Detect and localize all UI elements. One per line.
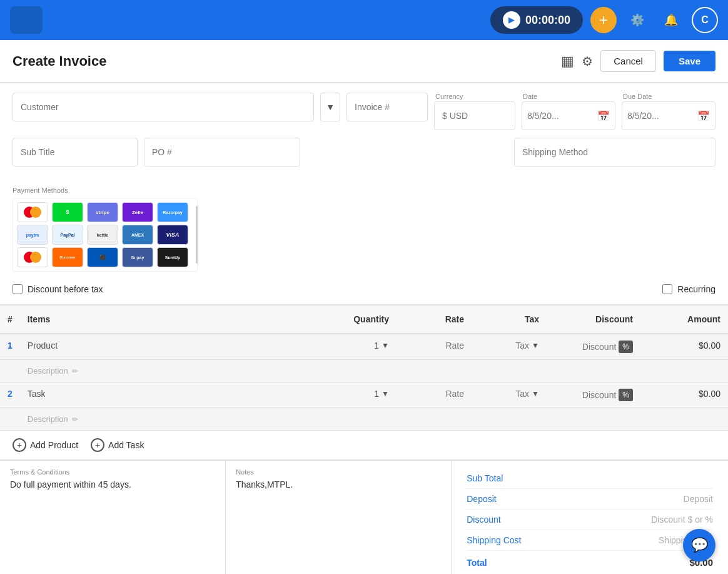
- col-items: Items: [20, 305, 315, 334]
- customer-input[interactable]: [13, 93, 314, 121]
- col-discount: Discount: [547, 305, 640, 334]
- col-tax: Tax: [472, 305, 547, 334]
- amount-cell-1: $0.00: [640, 382, 728, 408]
- discount-label: Discount: [467, 515, 500, 525]
- shipping-input[interactable]: [514, 138, 715, 167]
- tax-dropdown-0[interactable]: ▼: [532, 341, 539, 350]
- item-name-cell-0: Product: [20, 334, 315, 360]
- save-button[interactable]: Save: [664, 51, 715, 71]
- add-product-button[interactable]: + Add Product: [13, 438, 78, 452]
- subtitle-input[interactable]: [13, 138, 138, 167]
- row-num-1: 2: [0, 382, 20, 408]
- add-task-button[interactable]: + Add Task: [91, 438, 144, 452]
- discount-wrap-0: %: [572, 341, 633, 353]
- rate-input-1[interactable]: [414, 389, 464, 399]
- card-paytm[interactable]: paytm: [17, 225, 48, 245]
- percent-button-1[interactable]: %: [619, 389, 633, 401]
- card-amex[interactable]: AMEX: [122, 225, 153, 245]
- total-label: Total: [467, 558, 487, 568]
- tax-wrap-1: ▼: [479, 389, 539, 399]
- discount-input-1[interactable]: [572, 390, 616, 400]
- percent-button-0[interactable]: %: [619, 341, 633, 353]
- nav-left: [10, 6, 43, 34]
- notes-text: Thanks,MTPL.: [236, 479, 441, 489]
- currency-input[interactable]: [434, 101, 515, 130]
- avatar-button[interactable]: C: [692, 7, 718, 33]
- discount-cell-1: %: [547, 382, 640, 408]
- desc-text-1[interactable]: Description: [28, 414, 68, 424]
- card-facebook-pay[interactable]: fb pay: [122, 247, 153, 267]
- item-name-0[interactable]: Product: [28, 341, 58, 351]
- add-button[interactable]: +: [590, 7, 617, 33]
- rate-input-0[interactable]: [414, 341, 464, 351]
- settings-icon[interactable]: ⚙: [582, 54, 593, 69]
- recurring-label[interactable]: Recurring: [662, 284, 715, 294]
- card-kettle[interactable]: kettle: [87, 225, 118, 245]
- rate-cell-0: [397, 334, 472, 360]
- tax-input-0[interactable]: [479, 341, 529, 351]
- card-razorpay[interactable]: Razorpay: [157, 202, 188, 222]
- top-nav: ▶ 00:00:00 + ⚙️ 🔔 C: [0, 0, 728, 40]
- due-calendar-icon[interactable]: 📅: [697, 110, 710, 122]
- totals-section: Sub Total Deposit Deposit Discount Disco…: [452, 461, 728, 574]
- edit-icon-1[interactable]: ✏: [72, 415, 78, 424]
- page-header: Create Invoice ▦ ⚙ Cancel Save: [0, 40, 728, 83]
- card-discover[interactable]: Discover: [52, 247, 83, 267]
- bottom-section: Terms & Conditions Do full payment withi…: [0, 460, 728, 574]
- qty-dropdown-0[interactable]: ▼: [382, 341, 389, 350]
- due-date-input-wrap: 📅: [622, 101, 715, 130]
- qty-cell-0: ▼: [315, 334, 397, 360]
- edit-icon-0[interactable]: ✏: [72, 367, 78, 376]
- table-row: 1 Product ▼ ▼: [0, 334, 728, 360]
- tax-cell-1: ▼: [472, 382, 547, 408]
- qty-wrap-1: ▼: [360, 389, 389, 399]
- nav-right: ▶ 00:00:00 + ⚙️ 🔔 C: [490, 6, 718, 34]
- card-mastercard[interactable]: [17, 202, 48, 222]
- recurring-checkbox[interactable]: [662, 284, 672, 294]
- po-field: [144, 138, 300, 167]
- card-visa[interactable]: VISA: [157, 225, 188, 245]
- desc-text-0[interactable]: Description: [28, 366, 68, 376]
- qty-dropdown-1[interactable]: ▼: [382, 389, 389, 398]
- tax-dropdown-1[interactable]: ▼: [532, 389, 539, 398]
- tax-cell-0: ▼: [472, 334, 547, 360]
- recurring-text: Recurring: [677, 284, 715, 294]
- settings-button[interactable]: ⚙️: [624, 7, 650, 33]
- invoice-input[interactable]: [346, 93, 428, 121]
- due-date-input[interactable]: [627, 111, 697, 121]
- cancel-button[interactable]: Cancel: [600, 50, 656, 72]
- form-section: ▼ Currency Date 📅 Due Date 📅: [0, 83, 728, 184]
- item-name-1[interactable]: Task: [28, 389, 46, 399]
- shipping-cost-label: Shipping Cost: [467, 535, 521, 545]
- notifications-button[interactable]: 🔔: [658, 7, 684, 33]
- tax-input-1[interactable]: [479, 389, 529, 399]
- discount-before-tax-text: Discount before tax: [28, 284, 103, 294]
- chat-bubble[interactable]: 💬: [683, 529, 715, 561]
- address-dropdown[interactable]: ▼: [320, 93, 340, 121]
- qty-input-0[interactable]: [360, 341, 379, 351]
- card-cashapp[interactable]: $: [52, 202, 83, 222]
- discount-before-tax-label[interactable]: Discount before tax: [13, 284, 103, 294]
- card-sumup[interactable]: SumUp: [157, 247, 188, 267]
- calendar-icon[interactable]: 📅: [597, 110, 610, 122]
- qty-input-1[interactable]: [360, 389, 379, 399]
- notes-label: Notes: [236, 468, 441, 476]
- form-row-2: [13, 138, 715, 167]
- card-mastercard-2[interactable]: [17, 247, 48, 267]
- options-row: Discount before tax Recurring: [0, 279, 728, 304]
- card-zelle[interactable]: Zelle: [122, 202, 153, 222]
- date-input[interactable]: [527, 111, 597, 121]
- date-label: Date: [522, 93, 615, 100]
- discount-input-0[interactable]: [572, 342, 616, 352]
- discount-before-tax-checkbox[interactable]: [13, 284, 23, 294]
- table-desc-row: Description ✏: [0, 408, 728, 431]
- card-stripe[interactable]: stripe: [87, 202, 118, 222]
- card-paypal[interactable]: PayPal: [52, 225, 83, 245]
- timer-button[interactable]: ▶ 00:00:00: [490, 6, 583, 34]
- po-input[interactable]: [144, 138, 300, 167]
- desc-cell-1: Description ✏: [20, 408, 728, 431]
- card-blue[interactable]: ⬛: [87, 247, 118, 267]
- desc-empty-0: [0, 360, 20, 382]
- amount-cell-0: $0.00: [640, 334, 728, 360]
- deposit-label: Deposit: [467, 494, 496, 504]
